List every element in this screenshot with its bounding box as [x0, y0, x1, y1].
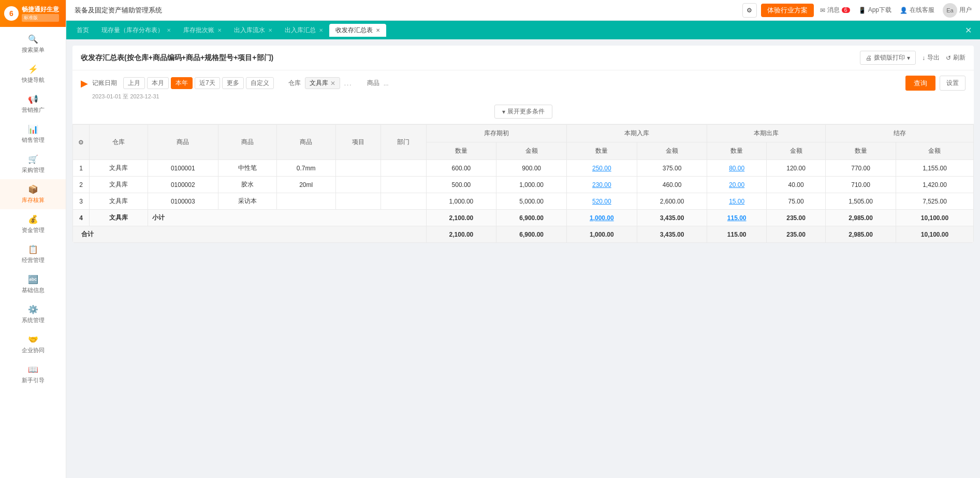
period-btn-this-month[interactable]: 本月: [147, 77, 169, 89]
row-close-amt: 7,525.00: [896, 193, 973, 210]
sidebar-item-base[interactable]: 🔤 基础信息: [0, 269, 66, 299]
row-goods-spec: [276, 193, 335, 210]
print-btn[interactable]: 🖨 拨锁版打印 ▾: [860, 51, 916, 65]
sidebar-item-guide[interactable]: 📖 新手引导: [0, 359, 66, 389]
row-out-qty[interactable]: 80.00: [707, 160, 766, 177]
th-goods-code: 商品: [148, 125, 218, 160]
data-table: ⚙ 仓库 商品 商品 商品 项目 部门 库存期初 本期入库 本期出库 结存: [72, 124, 974, 243]
main-content: 装备及固定资产辅助管理系统 ⚙ 体验行业方案 ✉ 消息 6 📱 App下载 👤 …: [66, 0, 980, 478]
finance-icon: 💰: [28, 214, 38, 224]
notification-btn[interactable]: ✉ 消息 6: [820, 6, 850, 15]
tab-label-4: 出入库汇总: [285, 26, 316, 35]
row-in-qty[interactable]: 520.00: [567, 193, 637, 210]
tab-3[interactable]: 出入库流水✕: [228, 24, 279, 37]
date-range: 2023-01-01 至 2023-12-31: [92, 93, 966, 100]
expand-btn[interactable]: ▾ 展开更多条件: [494, 105, 552, 119]
tab-close-3[interactable]: ✕: [268, 27, 272, 33]
tab-2[interactable]: 库存批次账✕: [177, 24, 228, 37]
warehouse-tag[interactable]: 文具库 ✕: [305, 77, 340, 89]
row-in-qty[interactable]: 250.00: [567, 160, 637, 177]
sidebar-item-purchase[interactable]: 🛒 采购管理: [0, 149, 66, 179]
period-btn-7days[interactable]: 近7天: [195, 77, 220, 89]
tab-close-5[interactable]: ✕: [376, 27, 380, 33]
row-goods-code: 0100001: [148, 160, 218, 177]
row-open-amt: 1,000.00: [496, 177, 567, 193]
app-download-btn[interactable]: 📱 App下载: [858, 6, 891, 15]
warehouse-more[interactable]: ...: [344, 80, 353, 87]
tab-close-2[interactable]: ✕: [217, 27, 222, 33]
row-out-qty[interactable]: 15.00: [707, 193, 766, 210]
row-out-qty[interactable]: 20.00: [707, 177, 766, 193]
setting-btn[interactable]: 设置: [940, 76, 966, 91]
query-btn[interactable]: 查询: [905, 76, 935, 91]
filter-area: ▶ 记账日期 上月 本月 本年 近7天 更多 自定义: [72, 70, 974, 124]
operation-icon: 📋: [28, 244, 38, 254]
sidebar-item-quick[interactable]: ⚡ 快捷导航: [0, 59, 66, 89]
close-tab-area-btn[interactable]: ✕: [961, 25, 976, 35]
subtotal-warehouse: 文具库: [90, 210, 148, 226]
page-title: 收发存汇总表(按仓库+商品编码+商品+规格型号+项目+部门): [81, 53, 273, 63]
settings-icon[interactable]: ⚙: [742, 3, 757, 18]
sidebar-item-inventory[interactable]: 📦 库存核算: [0, 179, 66, 209]
refresh-btn[interactable]: ↺ 刷新: [946, 53, 966, 62]
date-label: 记账日期: [92, 79, 117, 88]
row-no: 2: [73, 177, 90, 193]
notification-label: 消息: [827, 6, 840, 15]
row-goods-name: 采访本: [218, 193, 276, 210]
sidebar-item-sales[interactable]: 📊 销售管理: [0, 119, 66, 149]
row-open-amt: 5,000.00: [496, 193, 567, 210]
sidebar-item-cooperation[interactable]: 🤝 企业协同: [0, 329, 66, 359]
row-in-qty[interactable]: 230.00: [567, 177, 637, 193]
period-btn-this-year[interactable]: 本年: [171, 77, 193, 89]
sidebar-label-operation: 经营管理: [22, 256, 45, 264]
content-area: 收发存汇总表(按仓库+商品编码+商品+规格型号+项目+部门) 🖨 拨锁版打印 ▾…: [66, 39, 980, 478]
goods-more[interactable]: ...: [384, 80, 389, 87]
top-header: 装备及固定资产辅助管理系统 ⚙ 体验行业方案 ✉ 消息 6 📱 App下载 👤 …: [66, 0, 980, 21]
sidebar: 6 畅捷通好生意 标准版 🔍 搜索菜单 ⚡ 快捷导航 📢 营销推广 📊 销售管理…: [0, 0, 66, 478]
warehouse-tag-close-icon[interactable]: ✕: [330, 80, 335, 87]
row-close-amt: 1,155.00: [896, 160, 973, 177]
tab-0[interactable]: 首页: [70, 24, 95, 37]
filter-arrow[interactable]: ▶: [81, 76, 92, 91]
export-btn[interactable]: ↓ 导出: [922, 53, 940, 62]
th-closing: 结存: [826, 125, 974, 142]
notification-icon: ✉: [820, 7, 825, 14]
table-wrapper: ⚙ 仓库 商品 商品 商品 项目 部门 库存期初 本期入库 本期出库 结存: [72, 124, 974, 243]
subtotal-out-qty[interactable]: 115.00: [707, 210, 766, 226]
tab-4[interactable]: 出入库汇总✕: [279, 24, 329, 37]
tab-close-1[interactable]: ✕: [167, 27, 171, 33]
user-label: 用户: [959, 6, 972, 15]
warehouse-label: 仓库: [288, 79, 301, 88]
experience-btn[interactable]: 体验行业方案: [761, 4, 814, 17]
total-in-qty: 1,000.00: [567, 226, 637, 243]
total-close-qty: 2,985.00: [826, 226, 896, 243]
period-btn-custom[interactable]: 自定义: [246, 77, 274, 89]
th-out-amt: 金额: [766, 142, 825, 160]
sidebar-label-sales: 销售管理: [22, 136, 45, 144]
sidebar-label-quick: 快捷导航: [22, 76, 45, 84]
th-project: 项目: [335, 125, 381, 160]
tab-1[interactable]: 现存量（库存分布表）✕: [95, 24, 177, 37]
subtotal-in-amt: 3,435.00: [637, 210, 707, 226]
tab-close-4[interactable]: ✕: [319, 27, 323, 33]
sidebar-item-operation[interactable]: 📋 经营管理: [0, 239, 66, 269]
sidebar-item-marketing[interactable]: 📢 营销推广: [0, 89, 66, 119]
row-close-qty: 710.00: [826, 177, 896, 193]
online-service-btn[interactable]: 👤 在线客服: [900, 6, 934, 15]
tabs-bar: 首页现存量（库存分布表）✕库存批次账✕出入库流水✕出入库汇总✕收发存汇总表✕✕: [66, 21, 980, 39]
sidebar-item-finance[interactable]: 💰 资金管理: [0, 209, 66, 239]
tab-label-3: 出入库流水: [234, 26, 265, 35]
row-department: [381, 193, 426, 210]
sidebar-item-system[interactable]: ⚙️ 系统管理: [0, 299, 66, 329]
period-btn-more[interactable]: 更多: [222, 77, 244, 89]
sidebar-item-search[interactable]: 🔍 搜索菜单: [0, 29, 66, 59]
sidebar-label-cooperation: 企业协同: [22, 346, 45, 354]
notification-badge: 6: [842, 7, 850, 13]
tab-5[interactable]: 收发存汇总表✕: [329, 24, 386, 37]
period-btn-prev-month[interactable]: 上月: [123, 77, 145, 89]
user-btn[interactable]: Ea 用户: [943, 3, 972, 18]
subtotal-in-qty[interactable]: 1,000.00: [567, 210, 637, 226]
table-row: 3 文具库 0100003 采访本 1,000.00 5,000.00 520.…: [73, 193, 974, 210]
subtotal-close-amt: 10,100.00: [896, 210, 973, 226]
th-goods-spec: 商品: [276, 125, 335, 160]
